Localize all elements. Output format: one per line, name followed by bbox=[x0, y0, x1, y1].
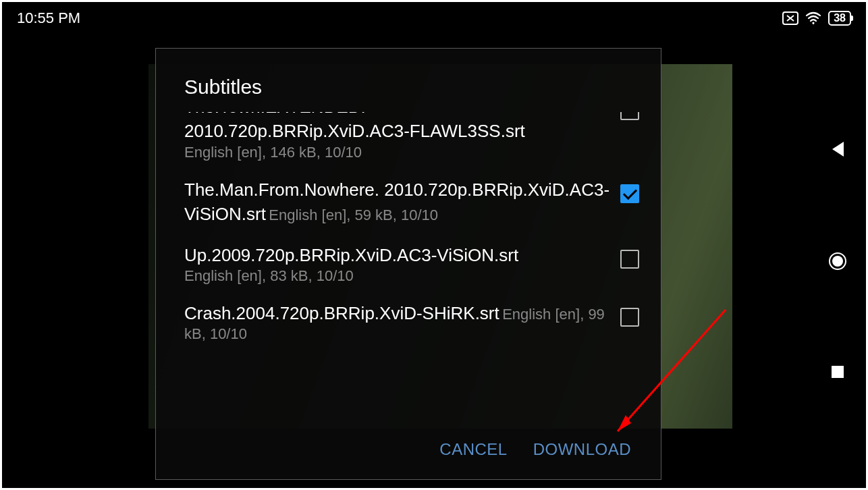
svg-point-6 bbox=[832, 256, 843, 267]
subtitle-item[interactable]: The.Town.EXTENDED.2010.720p.BRRip.XviD.A… bbox=[184, 112, 649, 171]
subtitles-dialog: Subtitles The.Town.EXTENDED.2010.720p.BR… bbox=[155, 48, 661, 480]
status-bar: 10:55 PM 38 bbox=[3, 3, 865, 33]
subtitle-item[interactable]: Crash.2004.720p.BRRip.XviD-SHiRK.srt Eng… bbox=[184, 294, 649, 352]
no-sim-icon bbox=[782, 11, 798, 25]
recents-button[interactable] bbox=[830, 364, 845, 379]
svg-rect-7 bbox=[832, 366, 844, 378]
subtitle-checkbox[interactable] bbox=[620, 250, 639, 269]
subtitle-filename: Crash.2004.720p.BRRip.XviD-SHiRK.srt bbox=[184, 303, 499, 323]
subtitle-item[interactable]: Up.2009.720p.BRRip.XviD.AC3-ViSiON.srt E… bbox=[184, 236, 649, 294]
home-button[interactable] bbox=[828, 251, 848, 271]
clock: 10:55 PM bbox=[17, 9, 80, 27]
wifi-icon bbox=[805, 11, 821, 25]
cancel-button[interactable]: CANCEL bbox=[439, 440, 507, 459]
dialog-title: Subtitles bbox=[156, 49, 661, 112]
subtitle-item[interactable]: The.Man.From.Nowhere. 2010.720p.BRRip.Xv… bbox=[184, 171, 649, 236]
subtitle-checkbox[interactable] bbox=[620, 184, 639, 203]
navigation-bar bbox=[811, 33, 865, 487]
download-button[interactable]: DOWNLOAD bbox=[533, 440, 631, 459]
svg-point-1 bbox=[813, 22, 815, 24]
subtitle-checkbox[interactable] bbox=[620, 308, 639, 327]
subtitle-meta: English [en], 146 kB, 10/10 bbox=[184, 144, 611, 161]
subtitle-checkbox[interactable] bbox=[620, 112, 639, 120]
subtitle-meta: English [en], 83 kB, 10/10 bbox=[184, 267, 611, 285]
subtitle-meta: English [en], 59 kB, 10/10 bbox=[269, 207, 438, 223]
subtitle-filename: The.Town.EXTENDED.2010.720p.BRRip.XviD.A… bbox=[184, 112, 611, 144]
back-button[interactable] bbox=[830, 140, 845, 158]
battery-icon: 38 bbox=[828, 11, 851, 26]
svg-marker-4 bbox=[832, 142, 844, 157]
subtitle-filename: Up.2009.720p.BRRip.XviD.AC3-ViSiON.srt bbox=[184, 243, 611, 267]
subtitle-list[interactable]: The.Town.EXTENDED.2010.720p.BRRip.XviD.A… bbox=[156, 112, 661, 427]
